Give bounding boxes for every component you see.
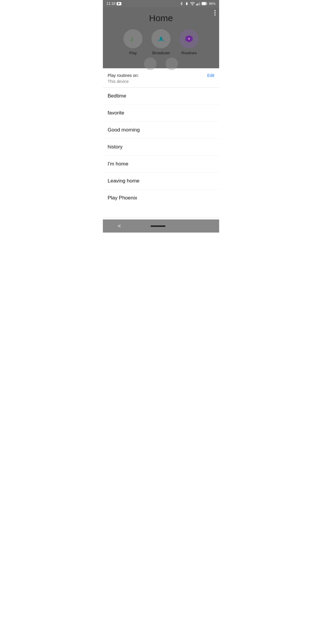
background-area: Home ♪ Play Broadcas — [103, 7, 219, 68]
routines-list: BedtimefavoriteGood morninghistoryI'm ho… — [103, 88, 219, 217]
svg-point-8 — [160, 37, 162, 39]
edit-button[interactable]: Edit — [207, 73, 214, 78]
device-label: This device — [108, 79, 214, 84]
routine-item[interactable]: Leaving home — [103, 173, 219, 190]
broadcast-circle — [151, 29, 171, 48]
svg-rect-2 — [198, 3, 199, 5]
dot2 — [214, 12, 216, 13]
play-music-icon: ♪ — [129, 34, 137, 43]
routines-action[interactable]: Routines — [179, 29, 199, 55]
partial-icon-2 — [165, 58, 178, 70]
routines-circle — [179, 29, 199, 48]
partial-icon-1 — [144, 58, 157, 70]
play-action[interactable]: ♪ Play — [123, 29, 143, 55]
svg-point-11 — [188, 38, 190, 40]
broadcast-label: Broadcast — [152, 51, 170, 55]
status-left: 11:18 — [106, 1, 121, 6]
dot1 — [214, 10, 216, 11]
action-icons-row: ♪ Play Broadcast — [123, 29, 199, 55]
broadcast-icon — [156, 35, 166, 43]
youtube-icon — [117, 2, 121, 5]
routine-item[interactable]: Play Phoenix — [103, 190, 219, 206]
routine-item[interactable]: favorite — [103, 105, 219, 122]
battery-icon — [202, 2, 208, 5]
dot3 — [214, 14, 216, 16]
battery-percent: 86% — [209, 2, 216, 5]
play-routines-label: Play routines on: — [108, 73, 139, 78]
svg-rect-1 — [197, 4, 198, 5]
play-circle: ♪ — [123, 29, 143, 48]
wifi-icon — [190, 2, 195, 5]
svg-rect-5 — [202, 2, 206, 5]
signal-icon — [196, 2, 200, 5]
home-indicator[interactable] — [151, 225, 165, 227]
play-routines-header: Play routines on: Edit — [108, 73, 214, 78]
bluetooth-icon — [180, 1, 183, 6]
svg-text:♪: ♪ — [130, 35, 134, 43]
navigation-bar: < — [103, 219, 219, 233]
more-options-button[interactable] — [214, 10, 216, 16]
status-bar: 11:18 86% — [103, 0, 219, 7]
routine-item[interactable]: Good morning — [103, 122, 219, 139]
routine-item[interactable]: history — [103, 139, 219, 156]
broadcast-action[interactable]: Broadcast — [151, 29, 171, 55]
svg-rect-0 — [196, 4, 197, 5]
time-display: 11:18 — [106, 1, 115, 6]
svg-rect-3 — [199, 2, 200, 5]
play-routines-section: Play routines on: Edit This device — [103, 68, 219, 88]
bell-muted-icon — [185, 1, 189, 6]
bottom-sheet: Play routines on: Edit This device Bedti… — [103, 68, 219, 233]
routines-label: Routines — [181, 51, 196, 55]
bottom-icons-partial — [144, 58, 178, 70]
routine-item[interactable]: Bedtime — [103, 88, 219, 105]
play-label: Play — [129, 51, 137, 55]
status-right: 86% — [180, 1, 216, 6]
back-button[interactable]: < — [118, 223, 121, 229]
page-title: Home — [149, 13, 173, 23]
routine-item[interactable]: I'm home — [103, 156, 219, 173]
routines-icon — [185, 34, 193, 43]
